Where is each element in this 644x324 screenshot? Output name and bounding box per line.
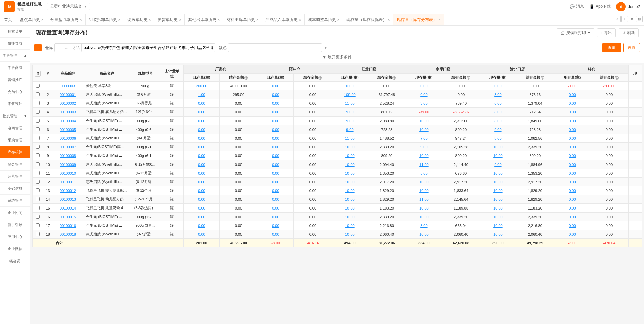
row-checkbox[interactable] xyxy=(36,145,40,149)
tab-home[interactable]: 首页 xyxy=(0,14,16,25)
row-checkbox[interactable] xyxy=(36,180,40,184)
footer-jb-amt: 81,272.06 xyxy=(368,239,406,247)
row-checkbox[interactable] xyxy=(36,206,40,210)
tab-assembly-history[interactable]: 组装拆卸单历史 × xyxy=(86,14,124,25)
refresh-btn[interactable]: ↺ 刷新 xyxy=(619,28,639,37)
col-tot-qty: 现存量(主) xyxy=(554,74,590,82)
sidebar-item-guide[interactable]: 新手引导 xyxy=(0,219,30,231)
table-row: 10 00100009 惠氏启赋 (Wyeth illu... 6-12月900… xyxy=(33,160,642,169)
tab-order-history[interactable]: 要货单历史 × xyxy=(154,14,185,25)
tab-cost-adjust-history[interactable]: 成本调整单历史 × xyxy=(305,14,343,25)
sidebar-item-basics[interactable]: 基础信息 xyxy=(0,183,30,195)
row-checkbox[interactable] xyxy=(36,110,40,114)
row-checkbox[interactable] xyxy=(36,153,40,157)
table-row: 9 00100008 合生元 (BIOSTIME) ... 400g (6-1.… xyxy=(33,151,642,160)
row-checkbox[interactable] xyxy=(36,119,40,123)
footer-tot-amt: -470.64 xyxy=(590,239,628,247)
tab-other-out-history[interactable]: 其他出库单历史 × xyxy=(185,14,223,25)
table-row: 8 00100007 合生元(BIOSTIME)淳... 900g (6-1..… xyxy=(33,143,642,151)
settings-icon-btn[interactable]: ⚙ xyxy=(35,71,41,77)
logo-icon: 畅 xyxy=(4,1,15,12)
tab-more-btn[interactable]: ⊡ xyxy=(636,16,643,22)
export-icon: ↓ xyxy=(601,31,603,35)
sidebar-item-quick-nav[interactable]: 快捷导航 xyxy=(0,38,30,50)
sidebar-item-purchase[interactable]: 采购管理 xyxy=(0,134,30,146)
tab-material-out-history[interactable]: 材料出库单历史 × xyxy=(223,14,262,25)
tab-next-btn[interactable]: › xyxy=(621,16,628,22)
table-row: 14 00100013 飞鹤星飞帆 幼儿配方奶... (12-36个月... 罐… xyxy=(33,195,642,204)
tab-prev-btn[interactable]: ‹ xyxy=(614,16,621,22)
expand-search-btn[interactable]: › xyxy=(34,44,42,51)
sidebar-item-wholesale[interactable]: 批发管理▼ xyxy=(0,110,30,122)
row-checkbox[interactable] xyxy=(36,101,40,105)
sidebar-item-retail-mgmt[interactable]: 零售管理▲ xyxy=(0,50,30,62)
color-label: 颜色 xyxy=(219,45,227,51)
app-download-btn[interactable]: 📱 App下载 xyxy=(589,4,611,9)
col-jb-qty: 现存量(主) xyxy=(332,74,368,82)
row-checkbox[interactable] xyxy=(36,92,40,96)
sidebar-item-marketing[interactable]: 营销推广 xyxy=(0,74,30,86)
row-checkbox[interactable] xyxy=(36,223,40,227)
col-na-amt: 结存金额① xyxy=(442,74,480,82)
industry-dropdown-icon[interactable]: ▼ xyxy=(84,5,87,8)
sidebar-item-member[interactable]: 会员中心 xyxy=(0,86,30,98)
footer-jb-qty: 494.00 xyxy=(332,239,368,247)
page-title: 现存量查询(库存分布) xyxy=(36,29,88,36)
row-checkbox[interactable] xyxy=(36,84,40,88)
sidebar-item-enterprise[interactable]: 企业协同 xyxy=(0,207,30,219)
color-dropdown-icon[interactable]: ▼ xyxy=(324,46,327,50)
sidebar-item-member2[interactable]: 畅会员 xyxy=(0,255,30,267)
row-checkbox[interactable] xyxy=(36,162,40,166)
col-factory-qty: 现存量(主) xyxy=(184,74,220,82)
tab-close-btn[interactable]: × xyxy=(629,16,635,22)
tab-stock-status[interactable]: 现存量（库存状况表） × xyxy=(343,14,394,25)
tab-sub-inventory-history[interactable]: 分量盘点单历史 × xyxy=(47,14,86,25)
sidebar-item-app-center[interactable]: 应用中心 xyxy=(0,231,30,243)
col-na-qty: 现存量(主) xyxy=(406,74,442,82)
message-btn[interactable]: 💬 消息 xyxy=(570,4,584,9)
color-input[interactable] xyxy=(228,43,322,52)
message-icon: 💬 xyxy=(570,4,575,9)
app-icon: 📱 xyxy=(589,4,594,9)
row-checkbox[interactable] xyxy=(36,171,40,175)
col-jb-amt: 结存金额① xyxy=(368,74,406,82)
row-checkbox[interactable] xyxy=(36,127,40,131)
sidebar-item-retail-mall[interactable]: 零售商城 xyxy=(0,62,30,74)
sidebar-item-wechat[interactable]: 企业微信 xyxy=(0,243,30,255)
col-extra: 现 xyxy=(629,65,642,82)
table-row: 3 00100002 惠氏启赋 (Wyeth illu... 0-6月婴儿...… xyxy=(33,99,642,108)
table-row: 11 00100010 惠氏启赋 (Wyeth illu... (6-12月适.… xyxy=(33,169,642,178)
row-checkbox[interactable] xyxy=(36,136,40,140)
table-row: 6 00100005 合生元 (BIOSTIME) ... 400g (0-6.… xyxy=(33,125,642,134)
row-checkbox[interactable] xyxy=(36,197,40,201)
tab-product-in-history[interactable]: 产成品入库单历史 × xyxy=(262,14,305,25)
sidebar-item-inventory[interactable]: 库存核算 xyxy=(0,146,30,158)
tab-stock-distribution[interactable]: 现存量（库存分布表） × xyxy=(393,14,444,25)
industry-selector[interactable]: 母婴行业演示陈套 xyxy=(50,4,82,9)
tab-transfer-history[interactable]: 调拨单历史 × xyxy=(124,14,155,25)
table-row: 16 00100015 合生元 (BIOSTIME) ... 900g (12-… xyxy=(33,213,642,221)
col-tot-amt: 结存金额① xyxy=(590,74,628,82)
footer-yb-amt: 49,798.29 xyxy=(516,239,554,247)
sidebar-item-finance[interactable]: 资金管理 xyxy=(0,158,30,171)
expand-conditions-btn[interactable]: ▼ 展开更多条件 xyxy=(322,54,352,60)
col-unit-header: 主计量单位 xyxy=(160,65,184,82)
row-checkbox[interactable] xyxy=(36,232,40,236)
setting-button[interactable]: 设置 xyxy=(623,43,640,52)
sidebar-item-search[interactable]: 搜索英单 xyxy=(0,26,30,38)
sidebar-item-operations[interactable]: 经营管理 xyxy=(0,171,30,183)
query-button[interactable]: 查询 xyxy=(602,43,621,52)
product-input[interactable] xyxy=(81,43,215,52)
row-checkbox[interactable] xyxy=(36,215,40,219)
col-group-mocun: 陌村仓 xyxy=(258,65,332,74)
sidebar-item-system[interactable]: 系统管理 xyxy=(0,195,30,207)
export-btn[interactable]: ↓ 导出 xyxy=(597,28,616,37)
table-row: 18 00100018 惠氏启赋 (Wyeth illu... (3-7岁适..… xyxy=(33,230,642,239)
footer-fj-amt: 40,295.00 xyxy=(219,239,258,247)
print-btn[interactable]: 🖨 按模板打印 ▼ xyxy=(557,28,594,37)
tab-inventory-check-history[interactable]: 盘点单历史 × xyxy=(16,14,47,25)
col-factory-amt: 结存金额① xyxy=(219,74,258,82)
sidebar-item-retail-stats[interactable]: 零售统计 xyxy=(0,98,30,110)
sidebar-item-ecommerce[interactable]: 电商管理 xyxy=(0,122,30,134)
row-checkbox[interactable] xyxy=(36,188,40,192)
